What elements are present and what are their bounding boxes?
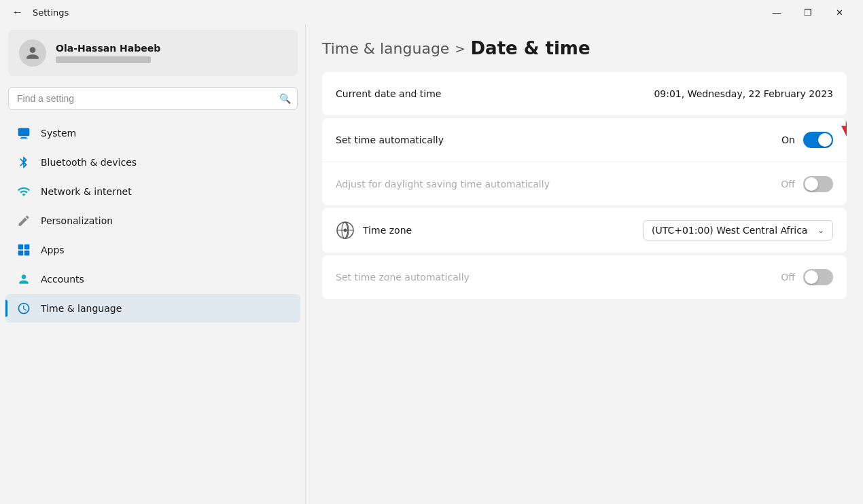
- titlebar-left: ← Settings: [8, 3, 69, 21]
- toggle-thumb: [818, 133, 832, 147]
- back-button[interactable]: ←: [8, 3, 27, 21]
- sidebar-item-bluetooth[interactable]: Bluetooth & devices: [5, 148, 300, 177]
- toggle-area-zone-auto: Off: [781, 269, 833, 285]
- accounts-icon: [16, 272, 31, 287]
- timezone-value: (UTC+01:00) West Central Africa: [652, 225, 807, 236]
- search-container: 🔍: [8, 87, 298, 110]
- sidebar: Ola-Hassan Habeeb 🔍 System: [0, 24, 306, 504]
- sidebar-divider: [305, 24, 306, 504]
- sidebar-item-network[interactable]: Network & internet: [5, 177, 300, 206]
- value-daylight: Off: [781, 179, 795, 190]
- svg-rect-2: [20, 139, 28, 139]
- sidebar-label-accounts: Accounts: [41, 274, 84, 285]
- personalization-icon: [16, 213, 31, 228]
- card-timezone-auto: Set time zone automatically Off: [322, 255, 847, 299]
- svg-rect-4: [24, 245, 30, 250]
- sidebar-label-apps: Apps: [41, 245, 65, 255]
- user-profile[interactable]: Ola-Hassan Habeeb: [8, 30, 298, 76]
- user-email-placeholder: [56, 56, 151, 63]
- row-set-zone-auto: Set time zone automatically Off: [322, 255, 847, 299]
- bluetooth-icon: [16, 155, 31, 170]
- label-timezone: Time zone: [363, 225, 412, 236]
- value-set-time-auto: On: [781, 134, 795, 145]
- nav-menu: System Bluetooth & devices Network & int…: [0, 118, 306, 323]
- toggle-thumb-daylight: [805, 177, 818, 191]
- sidebar-item-apps[interactable]: Apps: [5, 236, 300, 264]
- card-timezone: Time zone (UTC+01:00) West Central Afric…: [322, 208, 847, 253]
- timezone-dropdown[interactable]: (UTC+01:00) West Central Africa ⌄: [643, 220, 833, 240]
- network-icon: [16, 184, 31, 199]
- app-body: Ola-Hassan Habeeb 🔍 System: [0, 24, 863, 504]
- sidebar-label-network: Network & internet: [41, 186, 132, 197]
- row-current-datetime: Current date and time 09:01, Wednesday, …: [322, 72, 847, 115]
- sidebar-item-system[interactable]: System: [5, 119, 300, 147]
- system-icon: [16, 126, 31, 141]
- svg-rect-3: [18, 245, 24, 250]
- label-set-zone-auto: Set time zone automatically: [336, 272, 470, 283]
- search-input[interactable]: [8, 87, 298, 110]
- svg-rect-5: [18, 251, 24, 256]
- window-controls: — ❐ ✕: [761, 1, 855, 23]
- sidebar-label-time: Time & language: [41, 303, 122, 314]
- avatar: [19, 39, 46, 67]
- label-set-time-auto: Set time automatically: [336, 134, 444, 145]
- label-daylight-saving: Adjust for daylight saving time automati…: [336, 179, 550, 190]
- sidebar-label-personalization: Personalization: [41, 215, 113, 226]
- card-current-datetime: Current date and time 09:01, Wednesday, …: [322, 72, 847, 115]
- row-timezone: Time zone (UTC+01:00) West Central Afric…: [322, 208, 847, 253]
- timezone-label-group: Time zone: [336, 221, 412, 240]
- timezone-icon: [336, 221, 355, 240]
- toggle-track-off-daylight: [803, 176, 833, 192]
- value-zone-auto: Off: [781, 272, 795, 283]
- svg-rect-0: [18, 128, 30, 137]
- row-daylight-saving: Adjust for daylight saving time automati…: [322, 162, 847, 205]
- toggle-set-time-auto[interactable]: [803, 132, 833, 148]
- user-name: Ola-Hassan Habeeb: [56, 43, 160, 54]
- toggle-track-on: [803, 132, 833, 148]
- svg-rect-6: [24, 251, 30, 256]
- label-current-datetime: Current date and time: [336, 88, 441, 99]
- close-button[interactable]: ✕: [824, 1, 855, 23]
- toggle-area-set-time: On: [781, 132, 833, 148]
- toggle-track-off-zone: [803, 269, 833, 285]
- sidebar-label-system: System: [41, 128, 76, 139]
- breadcrumb-separator: >: [455, 41, 465, 56]
- svg-point-12: [344, 229, 347, 232]
- sidebar-label-bluetooth: Bluetooth & devices: [41, 157, 137, 168]
- sidebar-item-time[interactable]: Time & language: [5, 294, 300, 323]
- sidebar-item-accounts[interactable]: Accounts: [5, 265, 300, 293]
- breadcrumb: Time & language > Date & time: [322, 38, 847, 58]
- app-title: Settings: [33, 7, 69, 18]
- toggle-thumb-zone: [805, 270, 818, 284]
- apps-icon: [16, 242, 31, 257]
- red-arrow-annotation: [836, 118, 847, 139]
- value-current-datetime: 09:01, Wednesday, 22 February 2023: [654, 88, 833, 99]
- dropdown-chevron-icon: ⌄: [817, 226, 824, 235]
- toggle-area-daylight: Off: [781, 176, 833, 192]
- breadcrumb-parent: Time & language: [322, 40, 449, 57]
- minimize-button[interactable]: —: [761, 1, 792, 23]
- toggle-daylight[interactable]: [803, 176, 833, 192]
- content-area: Time & language > Date & time Current da…: [306, 24, 863, 504]
- card-time-settings: Set time automatically On: [322, 118, 847, 205]
- user-info: Ola-Hassan Habeeb: [56, 43, 160, 63]
- svg-rect-1: [21, 137, 27, 139]
- row-set-time-auto: Set time automatically On: [322, 118, 847, 162]
- maximize-button[interactable]: ❐: [792, 1, 824, 23]
- toggle-zone-auto[interactable]: [803, 269, 833, 285]
- sidebar-item-personalization[interactable]: Personalization: [5, 206, 300, 235]
- breadcrumb-current: Date & time: [471, 38, 591, 58]
- titlebar: ← Settings — ❐ ✕: [0, 0, 863, 24]
- time-icon: [16, 301, 31, 316]
